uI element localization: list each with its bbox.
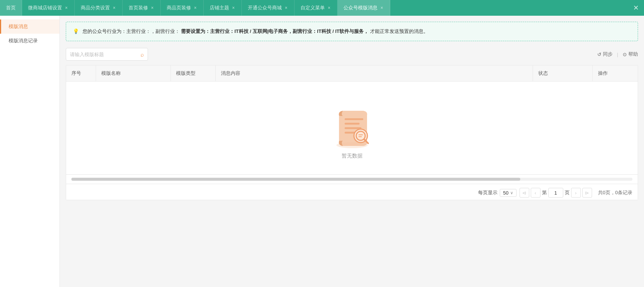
- sync-label: 同步: [603, 51, 613, 58]
- svg-rect-9: [358, 136, 362, 137]
- tab-close-icon[interactable]: ×: [380, 5, 384, 10]
- tab-close-icon[interactable]: ×: [284, 5, 288, 10]
- table-header: 序号 模版名称 模版类型 消息内容 状态 操作: [66, 65, 638, 82]
- first-page-button[interactable]: ⊲: [520, 188, 529, 198]
- page-size-value: 50: [503, 190, 508, 196]
- notice-suffix: 才能正常发送预置的消息。: [370, 28, 428, 34]
- search-icon[interactable]: ⌕: [141, 51, 144, 58]
- notice-prefix: 您的公众号行业为：主营行业：，副营行业：: [83, 28, 180, 34]
- divider: |: [617, 52, 618, 57]
- tab-bar: 首页微商城店铺设置×商品分类设置×首页装修×商品页装修×店铺主题×开通公众号商城…: [0, 0, 644, 16]
- chevron-down-icon: ∨: [510, 190, 513, 195]
- svg-rect-2: [345, 123, 360, 125]
- page-size-label: 每页显示: [478, 189, 497, 196]
- tab-close-icon[interactable]: ×: [150, 5, 154, 10]
- help-label: 帮助: [628, 51, 638, 58]
- fake-scrollbar[interactable]: [71, 178, 632, 181]
- tab-label: 商品页装修: [167, 4, 191, 11]
- page-number-input[interactable]: [548, 188, 563, 198]
- next-page-button[interactable]: ›: [571, 188, 581, 198]
- tab-label: 店铺主题: [210, 4, 229, 11]
- sidebar-item-0[interactable]: 模版消息: [0, 19, 59, 34]
- empty-state: 暂无数据: [66, 82, 638, 174]
- content-area: 💡 您的公众号行业为：主营行业：，副营行业： 需要设置为：主营行业：IT科技 /…: [60, 16, 644, 287]
- tab-item-6[interactable]: 开通公众号商城×: [242, 0, 295, 16]
- tab-label: 自定义菜单: [301, 4, 325, 11]
- col-type: 模版类型: [171, 65, 216, 81]
- tab-close-icon[interactable]: ×: [64, 5, 68, 10]
- col-status: 状态: [533, 65, 593, 81]
- tab-close-icon[interactable]: ×: [193, 5, 197, 10]
- empty-text: 暂无数据: [342, 153, 363, 159]
- scrollbar-area[interactable]: [66, 174, 638, 184]
- tab-item-0[interactable]: 首页: [0, 0, 22, 16]
- pagination-bar: 每页显示 50 ∨ ⊲ ‹ 第 页 › ⊳ 共0页，0条记录: [66, 184, 638, 200]
- tab-item-8[interactable]: 公众号模版消息×: [338, 0, 390, 16]
- tab-item-2[interactable]: 商品分类设置×: [75, 0, 123, 16]
- notice-box: 💡 您的公众号行业为：主营行业：，副营行业： 需要设置为：主营行业：IT科技 /…: [66, 22, 638, 41]
- sidebar-item-1[interactable]: 模版消息记录: [0, 34, 59, 48]
- col-content: 消息内容: [216, 65, 533, 81]
- col-index: 序号: [66, 65, 96, 81]
- search-input[interactable]: [70, 52, 139, 57]
- sidebar: 模版消息模版消息记录: [0, 16, 60, 287]
- tab-label: 微商城店铺设置: [28, 4, 62, 11]
- page-nav: ⊲ ‹ 第 页 › ⊳: [520, 188, 592, 198]
- empty-illustration: [328, 104, 376, 153]
- tab-item-5[interactable]: 店铺主题×: [204, 0, 242, 16]
- page-size-dropdown[interactable]: 50 ∨: [500, 189, 516, 197]
- sync-icon: ↺: [597, 52, 601, 57]
- main-layout: 模版消息模版消息记录 💡 您的公众号行业为：主营行业：，副营行业： 需要设置为：…: [0, 16, 644, 287]
- tab-label: 开通公众号商城: [248, 4, 282, 11]
- tab-close-icon[interactable]: ×: [327, 5, 331, 10]
- page-label-pre: 第: [542, 189, 547, 196]
- help-icon: ⊙: [623, 52, 627, 57]
- tab-item-7[interactable]: 自定义菜单×: [295, 0, 338, 16]
- last-page-button[interactable]: ⊳: [582, 188, 592, 198]
- tab-label: 首页: [6, 4, 16, 11]
- search-bar: ⌕ ↺ 同步 | ⊙ 帮助: [66, 48, 638, 61]
- page-label-post: 页: [565, 189, 570, 196]
- tab-item-4[interactable]: 商品页装修×: [161, 0, 204, 16]
- svg-rect-8: [358, 134, 363, 135]
- search-input-wrap[interactable]: ⌕: [66, 48, 148, 61]
- tab-close-icon[interactable]: ×: [112, 5, 116, 10]
- tab-label: 首页装修: [129, 4, 148, 11]
- bulb-icon: 💡: [73, 28, 79, 34]
- sync-button[interactable]: ↺ 同步: [597, 51, 613, 58]
- total-info: 共0页，0条记录: [598, 189, 632, 196]
- search-actions: ↺ 同步 | ⊙ 帮助: [597, 51, 638, 58]
- prev-page-button[interactable]: ‹: [531, 188, 540, 198]
- col-name: 模版名称: [96, 65, 171, 81]
- tab-label: 公众号模版消息: [343, 4, 378, 11]
- tab-item-1[interactable]: 微商城店铺设置×: [22, 0, 75, 16]
- tab-label: 商品分类设置: [81, 4, 110, 11]
- table: 序号 模版名称 模版类型 消息内容 状态 操作: [66, 65, 638, 200]
- tab-close-icon[interactable]: ×: [231, 5, 235, 10]
- svg-rect-1: [345, 118, 363, 120]
- help-button[interactable]: ⊙ 帮助: [623, 51, 638, 58]
- notice-highlight: 需要设置为：主营行业：IT科技 / 互联网|电子商务，副营行业：IT科技 / I…: [181, 28, 369, 34]
- page-size-select: 每页显示 50 ∨: [478, 189, 516, 197]
- tab-item-3[interactable]: 首页装修×: [123, 0, 161, 16]
- close-all-button[interactable]: ✕: [628, 0, 644, 16]
- scrollbar-thumb[interactable]: [71, 178, 520, 181]
- col-action: 操作: [593, 65, 638, 81]
